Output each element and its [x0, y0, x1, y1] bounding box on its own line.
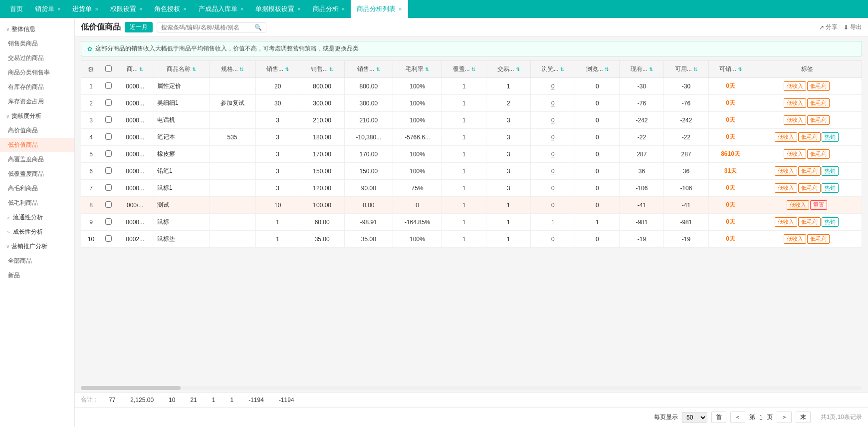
next-page-button[interactable]: ＞ [777, 412, 792, 423]
sidebar-item-low-value[interactable]: 低价值商品 [0, 138, 74, 152]
nav-product-stock[interactable]: 产成品入库单 × [193, 0, 249, 18]
col-available[interactable]: 可用... ⇅ [664, 61, 708, 78]
col-spec[interactable]: 规格... ⇅ [209, 61, 255, 78]
sidebar-item-new-products[interactable]: 新品 [0, 268, 74, 283]
cell-view1[interactable]: 0 [531, 112, 575, 129]
view1-value[interactable]: 0 [551, 100, 555, 107]
nav-purchase-order[interactable]: 进货单 × [66, 0, 104, 18]
cell-checkbox[interactable] [101, 197, 116, 214]
per-page-select[interactable]: 50 100 200 [682, 412, 707, 423]
sidebar-item-low-margin[interactable]: 低毛利商品 [0, 196, 74, 210]
search-icon[interactable]: 🔍 [254, 24, 262, 31]
nav-product-analysis-list[interactable]: 商品分析列表 × [351, 0, 408, 18]
sidebar-item-stock-products[interactable]: 有库存的商品 [0, 80, 74, 94]
sidebar-group-marketing[interactable]: ∨ 营销推广分析 [0, 239, 74, 254]
sidebar-group-growth[interactable]: ＞ 成长性分析 [0, 225, 74, 239]
cell-checkbox[interactable] [101, 95, 116, 112]
cell-view1[interactable]: 0 [531, 197, 575, 214]
scrollbar-thumb[interactable] [81, 386, 181, 390]
export-button[interactable]: ⬇ 导出 [844, 23, 862, 31]
sidebar-item-sales-products[interactable]: 销售类商品 [0, 36, 74, 51]
nav-product-analysis[interactable]: 商品分析 × [307, 0, 351, 18]
cell-view1[interactable]: 0 [531, 146, 575, 163]
prev-page-button[interactable]: ＜ [730, 412, 745, 423]
sidebar-item-low-coverage[interactable]: 低覆盖度商品 [0, 167, 74, 181]
view1-value[interactable]: 0 [551, 202, 555, 209]
cell-checkbox[interactable] [101, 146, 116, 163]
row-checkbox[interactable] [105, 99, 112, 106]
view1-value[interactable]: 0 [551, 168, 555, 175]
view1-value[interactable]: 0 [551, 134, 555, 141]
col-current[interactable]: 现有... ⇅ [620, 61, 664, 78]
col-coverage[interactable]: 覆盖... ⇅ [442, 61, 486, 78]
cell-view1[interactable]: 0 [531, 163, 575, 180]
col-name[interactable]: 商品名称 ⇅ [154, 61, 209, 78]
sidebar-item-category-sales-rate[interactable]: 商品分类销售率 [0, 65, 74, 80]
view1-value[interactable]: 0 [551, 151, 555, 158]
cell-checkbox[interactable] [101, 112, 116, 129]
gear-icon[interactable]: ⚙ [88, 65, 94, 73]
close-icon[interactable]: × [297, 6, 300, 12]
sidebar-item-stock-capital[interactable]: 库存资金占用 [0, 94, 74, 109]
col-view2[interactable]: 浏览... ⇅ [575, 61, 620, 78]
sidebar-item-high-value[interactable]: 高价值商品 [0, 123, 74, 138]
horizontal-scrollbar[interactable] [81, 386, 862, 390]
row-checkbox[interactable] [105, 133, 112, 140]
close-icon[interactable]: × [240, 6, 243, 12]
view1-value[interactable]: 0 [551, 236, 555, 243]
nav-sales-order[interactable]: 销货单 × [29, 0, 66, 18]
close-icon[interactable]: × [342, 6, 345, 12]
view1-value[interactable]: 1 [551, 219, 555, 226]
cell-checkbox[interactable] [101, 214, 116, 231]
col-saleable[interactable]: 可销... ⇅ [708, 61, 753, 78]
nav-permission[interactable]: 权限设置 × [104, 0, 148, 18]
col-gear[interactable]: ⚙ [81, 61, 101, 78]
first-page-button[interactable]: 首 [711, 412, 726, 423]
cell-checkbox[interactable] [101, 231, 116, 248]
row-checkbox[interactable] [105, 82, 112, 89]
sidebar-item-high-margin[interactable]: 高毛利商品 [0, 181, 74, 196]
cell-view1[interactable]: 1 [531, 214, 575, 231]
col-view1[interactable]: 浏览... ⇅ [531, 61, 575, 78]
nav-home[interactable]: 首页 [4, 0, 29, 18]
col-amount[interactable]: 销售... ⇅ [300, 61, 344, 78]
close-icon[interactable]: × [95, 6, 98, 12]
search-input[interactable] [161, 24, 254, 31]
row-checkbox[interactable] [105, 184, 112, 191]
nav-role-auth[interactable]: 角色授权 × [148, 0, 192, 18]
row-checkbox[interactable] [105, 150, 112, 157]
cell-view1[interactable]: 0 [531, 180, 575, 197]
row-checkbox[interactable] [105, 218, 112, 225]
row-checkbox[interactable] [105, 167, 112, 174]
view1-value[interactable]: 0 [551, 185, 555, 192]
sidebar-group-overall[interactable]: ∨ 整体信息 [0, 22, 74, 36]
sidebar-group-circulation[interactable]: ＞ 流通性分析 [0, 210, 74, 225]
sidebar-item-all-products[interactable]: 全部商品 [0, 254, 74, 268]
cell-checkbox[interactable] [101, 78, 116, 95]
view1-value[interactable]: 0 [551, 83, 555, 90]
sidebar-group-contribution[interactable]: ∨ 贡献度分析 [0, 109, 74, 123]
cell-checkbox[interactable] [101, 129, 116, 146]
sidebar-item-high-coverage[interactable]: 高覆盖度商品 [0, 152, 74, 167]
cell-view1[interactable]: 0 [531, 129, 575, 146]
nav-template-settings[interactable]: 单据模板设置 × [249, 0, 306, 18]
share-button[interactable]: ↗ 分享 [819, 23, 838, 31]
close-icon[interactable]: × [139, 6, 142, 12]
cell-checkbox[interactable] [101, 180, 116, 197]
col-trade[interactable]: 交易... ⇅ [486, 61, 531, 78]
view1-value[interactable]: 0 [551, 117, 555, 124]
last-page-button[interactable]: 末 [796, 412, 811, 423]
close-icon[interactable]: × [183, 6, 186, 12]
row-checkbox[interactable] [105, 235, 112, 242]
col-qty[interactable]: 销售... ⇅ [255, 61, 300, 78]
cell-view1[interactable]: 0 [531, 231, 575, 248]
sidebar-item-traded-products[interactable]: 交易过的商品 [0, 51, 74, 65]
cell-checkbox[interactable] [101, 163, 116, 180]
row-checkbox[interactable] [105, 201, 112, 208]
col-checkbox[interactable] [101, 61, 116, 78]
period-button[interactable]: 近一月 [125, 22, 153, 32]
col-gross-margin[interactable]: 毛利率 ⇅ [393, 61, 441, 78]
col-code[interactable]: 商... ⇅ [116, 61, 154, 78]
close-icon[interactable]: × [57, 6, 60, 12]
select-all-checkbox[interactable] [105, 65, 112, 72]
